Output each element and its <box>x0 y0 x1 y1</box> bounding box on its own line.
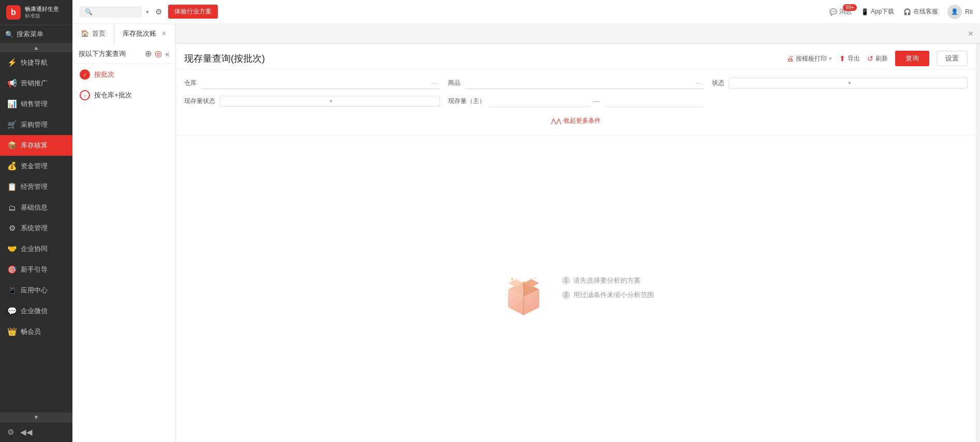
stock-quantity-label: 现存量（主） <box>448 97 485 106</box>
sidebar-item-inventory[interactable]: 📦 库存核算 <box>0 135 72 156</box>
topbar-search-box[interactable]: 🔍 <box>80 6 142 18</box>
product-more-icon[interactable]: ··· <box>693 79 704 87</box>
empty-hint-1: 1 请先选择要分析的方案 <box>562 276 654 285</box>
messages-badge: 99+ <box>843 4 857 11</box>
export-button[interactable]: ⬆ 导出 <box>839 54 860 63</box>
schema-item-warehouse-batch[interactable]: ○ 按仓库+批次 <box>72 85 175 106</box>
stock-status-select[interactable]: ▾ <box>219 96 440 107</box>
tab-close-icon[interactable]: ✕ <box>161 30 167 37</box>
inventory-icon: 📦 <box>7 141 17 150</box>
app-version: 标准版 <box>25 12 59 20</box>
topbar-dropdown-icon[interactable]: ▾ <box>146 8 149 16</box>
right-panel: 现存量查询(按批次) 🖨 按模板打印 ▾ ⬆ 导出 ↺ 刷新 <box>176 43 976 442</box>
sidebar-item-purchase[interactable]: 🛒 采购管理 <box>0 114 72 135</box>
member-icon: 👑 <box>7 327 17 336</box>
warehouse-more-icon[interactable]: ··· <box>429 79 440 87</box>
settings-icon[interactable]: ⚙ <box>7 428 14 437</box>
sidebar-item-marketing[interactable]: 📢 营销推广 <box>0 73 72 94</box>
add-schema-icon[interactable]: ⊕ <box>145 49 152 58</box>
app-download-button[interactable]: 📱 App下载 <box>861 7 894 16</box>
stock-quantity-to-input[interactable] <box>604 95 704 107</box>
topbar-gear-icon[interactable]: ⚙ <box>153 5 164 19</box>
tab-inventory-batch[interactable]: 库存批次账 ✕ <box>114 24 175 43</box>
refresh-button[interactable]: ↺ 刷新 <box>867 54 888 63</box>
logo-icon: b <box>6 5 21 20</box>
collapse-filters-btn[interactable]: ⋀⋀ 收起更多条件 <box>184 113 968 128</box>
warehouse-label: 仓库 <box>184 79 197 87</box>
sidebar-item-label: 经营管理 <box>21 182 48 191</box>
tab-home-label: 首页 <box>92 29 106 38</box>
print-button[interactable]: 🖨 按模板打印 ▾ <box>786 54 832 63</box>
sidebar-item-wechat[interactable]: 💬 企业微信 <box>0 301 72 321</box>
marketing-icon: 📢 <box>7 79 17 88</box>
sidebar-item-basic[interactable]: 🗂 基础信息 <box>0 197 72 218</box>
print-icon: 🖨 <box>786 54 794 63</box>
sidebar-item-label: 系统管理 <box>21 224 48 233</box>
stock-status-dropdown-icon: ▾ <box>330 98 435 105</box>
schema-settings-icon[interactable]: ◎ <box>155 49 162 58</box>
sidebar-item-label: 营销推广 <box>21 79 48 88</box>
user-area[interactable]: 👤 Rit <box>947 5 973 19</box>
refresh-label: 刷新 <box>875 54 888 63</box>
online-service-label: 在线客服 <box>913 7 938 16</box>
topbar: 🔍 ▾ ⚙ 体验行业方案 💬 消息 99+ 📱 App下载 🎧 在线客服 � <box>72 0 980 24</box>
schema-warehouse-batch-icon: ○ <box>80 90 90 100</box>
finance-icon: 💰 <box>7 161 17 171</box>
empty-hints: 1 请先选择要分析的方案 2 用过滤条件来缩小分析范围 <box>562 276 654 303</box>
product-label: 商品 <box>448 79 461 87</box>
messages-button[interactable]: 💬 消息 99+ <box>829 7 852 16</box>
filter-status: 状态 ▾ <box>712 78 968 89</box>
product-input[interactable] <box>465 77 693 89</box>
sidebar-search[interactable]: 🔍 搜索菜单 <box>0 25 72 43</box>
svg-point-7 <box>534 277 536 278</box>
sidebar-scroll-down[interactable]: ▼ <box>0 412 72 422</box>
filter-row-1: 仓库 ··· 商品 ··· <box>184 77 968 89</box>
topbar-search-icon: 🔍 <box>85 8 93 16</box>
product-input-wrap: ··· <box>465 77 704 89</box>
collapse-label: 收起更多条件 <box>563 116 601 125</box>
collapse-panel-icon[interactable]: « <box>165 50 169 58</box>
username: Rit <box>965 8 973 16</box>
sidebar-item-member[interactable]: 👑 畅会员 <box>0 321 72 342</box>
avatar-placeholder: 👤 <box>951 8 958 15</box>
right-scrollbar[interactable] <box>976 43 980 442</box>
filter-stock-quantity: 现存量（主） — <box>448 95 704 107</box>
schema-item-batch[interactable]: ✓ 按批次 <box>72 64 175 85</box>
sidebar-item-label: 快捷导航 <box>21 58 48 67</box>
sidebar-item-appstore[interactable]: 📱 应用中心 <box>0 280 72 301</box>
page-title-bar: 现存量查询(按批次) 🖨 按模板打印 ▾ ⬆ 导出 ↺ 刷新 <box>176 43 976 70</box>
filter-stock-status: 现存量状态 ▾ <box>184 96 440 107</box>
sidebar-search-label: 搜索菜单 <box>17 30 43 39</box>
collapse-up-icon: ⋀⋀ <box>551 117 561 125</box>
sidebar-scroll-up[interactable]: ▲ <box>0 43 72 52</box>
sidebar-item-label: 畅会员 <box>21 327 41 336</box>
sidebar-item-label: 库存核算 <box>21 141 48 150</box>
messages-icon: 💬 <box>829 8 837 16</box>
avatar: 👤 <box>947 5 962 19</box>
warehouse-input[interactable] <box>201 77 429 89</box>
query-button[interactable]: 查询 <box>895 51 929 66</box>
app-name: 畅康通好生意 <box>25 5 59 12</box>
sidebar-item-ops[interactable]: 📋 经营管理 <box>0 176 72 197</box>
sidebar-item-label: 基础信息 <box>21 203 48 212</box>
sidebar-item-enterprise[interactable]: 🤝 企业协同 <box>0 239 72 259</box>
export-icon: ⬆ <box>839 54 845 63</box>
content-area: 按以下方案查询 ⊕ ◎ « ✓ 按批次 ○ 按仓库+批次 现存量查询(按批次) <box>72 43 980 442</box>
sidebar-item-label: 销售管理 <box>21 99 48 109</box>
newbie-icon: 🎯 <box>7 265 17 274</box>
tab-home[interactable]: 🏠 首页 <box>72 24 114 43</box>
collapse-icon[interactable]: ◀◀ <box>20 428 33 437</box>
status-select[interactable]: ▾ <box>729 78 968 89</box>
print-dropdown-icon[interactable]: ▾ <box>829 55 832 62</box>
sidebar-item-label: 资金管理 <box>21 161 48 171</box>
settings-button[interactable]: 设置 <box>937 51 968 66</box>
sidebar-item-finance[interactable]: 💰 资金管理 <box>0 156 72 176</box>
sidebar-item-sales[interactable]: 📊 销售管理 <box>0 94 72 114</box>
stock-quantity-from-input[interactable] <box>489 95 589 107</box>
sidebar-item-label: 企业微信 <box>21 306 48 316</box>
online-service-button[interactable]: 🎧 在线客服 <box>903 7 938 16</box>
sidebar-item-newbie[interactable]: 🎯 新手引导 <box>0 259 72 280</box>
sidebar-item-system[interactable]: ⚙ 系统管理 <box>0 218 72 239</box>
sidebar-item-quick-nav[interactable]: ⚡ 快捷导航 <box>0 52 72 73</box>
experience-button[interactable]: 体验行业方案 <box>168 5 218 19</box>
